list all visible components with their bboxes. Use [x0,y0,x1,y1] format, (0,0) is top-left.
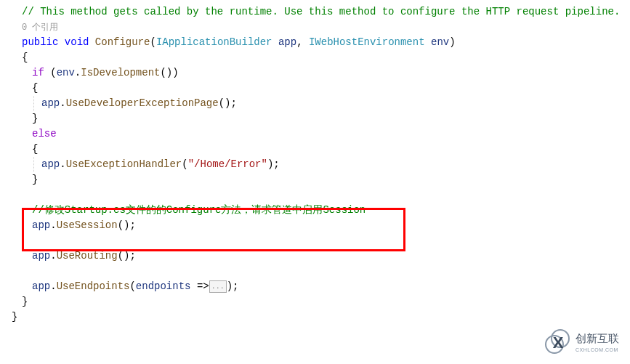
paren: ) [449,36,455,48]
method-name: UseExceptionHandler [66,158,182,170]
brace: { [22,52,28,63]
watermark: X 创新互联 CXHLCOM.COM [545,329,619,355]
brace: { [32,143,38,155]
method-name: IsDevelopment [81,67,160,78]
keyword: public [22,36,58,48]
comment-text: //修改Startup.cs文件的的Configure方法，请求管道中启用Ses… [32,204,366,216]
brace: } [22,296,28,307]
code-line: } [12,310,630,325]
lambda-arrow: => [190,280,209,292]
comment-text: // This method gets called by the runtim… [22,6,620,17]
blank-line [12,187,630,203]
identifier: endpoints [136,280,191,292]
code-line: app.UseDeveloperExceptionPage(); [12,96,630,111]
code-line: { [12,81,630,96]
code-line: { [12,50,630,65]
code-line: //修改Startup.cs文件的的Configure方法，请求管道中启用Ses… [12,203,630,218]
watermark-logo-icon: X [545,329,571,355]
codelens-line[interactable]: 0 个引用 [12,20,630,35]
method-name: Configure [95,36,150,48]
method-name: UseRouting [57,250,118,262]
code-line: // This method gets called by the runtim… [12,4,630,20]
code-fold-icon[interactable]: ... [209,280,227,293]
code-line: app.UseSession(); [12,218,630,233]
code-line: } [12,111,630,126]
type-name: IApplicationBuilder [156,36,272,48]
code-line: if (env.IsDevelopment()) [12,65,630,81]
watermark-subtext: CXHLCOM.COM [576,347,619,355]
code-line: app.UseEndpoints(endpoints =>...); [12,279,630,294]
code-editor[interactable]: // This method gets called by the runtim… [0,4,630,325]
method-name: UseSession [57,219,118,231]
brace: } [32,113,38,124]
watermark-text: 创新互联 [576,331,619,347]
identifier: app [32,219,50,231]
blank-line [12,264,630,279]
method-name: UseEndpoints [57,280,130,292]
identifier: env [57,67,75,78]
indent-guide [33,96,34,111]
identifier: env [425,36,450,48]
identifier: app [41,97,60,109]
identifier: app [41,158,60,170]
code-line: } [12,294,630,310]
keyword: if [32,67,44,78]
brace: } [12,311,17,323]
code-line: { [12,142,630,157]
identifier: app [32,280,50,292]
blank-line [12,233,630,248]
paren: ( [150,36,156,48]
keyword: else [32,128,57,139]
identifier: app [272,36,297,48]
brace: { [32,82,38,94]
brace: } [32,174,38,185]
code-line: public void Configure(IApplicationBuilde… [12,35,630,50]
code-line: else [12,126,630,142]
code-line: app.UseRouting(); [12,248,630,264]
keyword: void [65,36,89,48]
indent-guide [33,157,34,172]
codelens-text[interactable]: 0 个引用 [22,23,58,33]
method-name: UseDeveloperExceptionPage [66,97,219,109]
string-literal: "/Home/Error" [188,158,267,170]
type-name: IWebHostEnvironment [309,36,425,48]
code-line: } [12,172,630,187]
code-line: app.UseExceptionHandler("/Home/Error"); [12,157,630,172]
identifier: app [32,250,50,262]
